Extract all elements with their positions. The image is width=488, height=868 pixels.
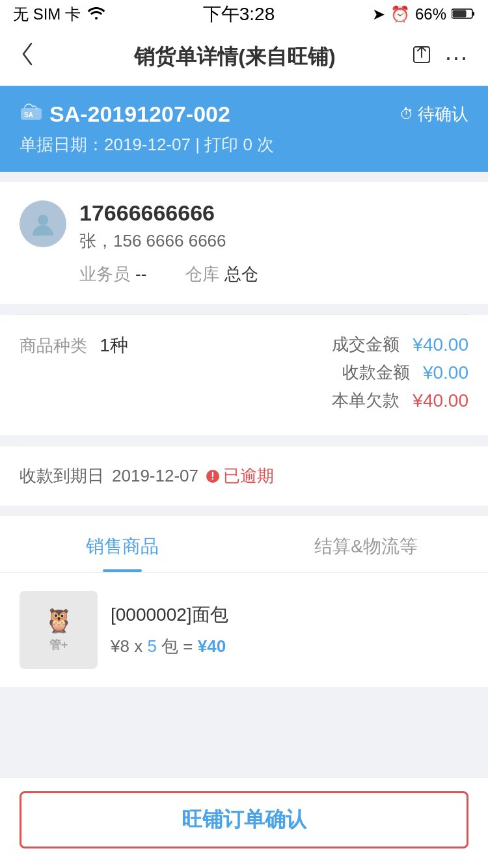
warehouse-value: 总仓	[224, 263, 258, 286]
product-price: ¥8 x 5 包 = ¥40	[111, 635, 468, 658]
alarm-icon: ⏰	[390, 5, 410, 23]
sim-label: 无 SIM 卡	[13, 4, 81, 25]
owed-amount-row: 本单欠款 ¥40.00	[332, 389, 468, 412]
more-button[interactable]: ···	[445, 44, 468, 71]
back-button[interactable]	[20, 41, 59, 73]
product-type-field: 商品种类 1种	[20, 333, 128, 358]
product-info: [0000002]面包 ¥8 x 5 包 = ¥40	[111, 603, 468, 658]
svg-rect-1	[472, 12, 474, 16]
owed-amount-value: ¥40.00	[413, 390, 468, 411]
product-type-value: 1种	[100, 335, 128, 355]
amounts-section: 成交金额 ¥40.00 收款金额 ¥0.00 本单欠款 ¥40.00	[332, 333, 468, 417]
salesperson-field: 业务员 --	[79, 263, 146, 286]
status-left: 无 SIM 卡	[13, 4, 105, 25]
product-type-label: 商品种类	[20, 336, 87, 355]
order-cloud-icon: SA	[20, 103, 43, 126]
tabs-bar: 销售商品 结算&物流等	[0, 516, 488, 573]
order-number: SA SA-20191207-002	[20, 102, 230, 127]
order-status: ⏱ 待确认	[400, 103, 468, 126]
status-time: 下午3:28	[203, 2, 275, 27]
warehouse-field: 仓库 总仓	[185, 263, 258, 286]
product-logo-subtitle: 管+	[49, 637, 68, 653]
share-button[interactable]	[411, 44, 432, 70]
customer-phone: 17666666666	[79, 200, 468, 226]
price-total: ¥40	[198, 636, 226, 656]
due-date-value: 2019-12-07	[112, 466, 198, 486]
due-date-card: 收款到期日 2019-12-07 ! 已逾期	[0, 446, 488, 506]
order-id: SA-20191207-002	[49, 102, 230, 127]
price-value: ¥8	[111, 636, 129, 656]
deal-amount-label: 成交金额	[332, 333, 400, 356]
paid-amount-row: 收款金额 ¥0.00	[332, 361, 468, 384]
price-qty: 5	[147, 636, 156, 656]
status-right: ➤ ⏰ 66%	[372, 5, 475, 23]
product-item: 🦉 管+ [0000002]面包 ¥8 x 5 包 = ¥40	[0, 573, 488, 687]
paid-amount-label: 收款金额	[342, 361, 410, 384]
nav-bar: 销货单详情(来自旺铺) ···	[0, 29, 488, 86]
order-meta: 单据日期：2019-12-07 | 打印 0 次	[20, 133, 468, 156]
product-logo-icon: 🦉	[44, 607, 74, 634]
customer-card: 17666666666 张，156 6666 6666 业务员 -- 仓库 总仓	[0, 182, 488, 304]
nav-actions: ···	[411, 44, 468, 71]
status-bar: 无 SIM 卡 下午3:28 ➤ ⏰ 66%	[0, 0, 488, 29]
overdue-text: 已逾期	[223, 465, 274, 487]
header-card: SA SA-20191207-002 ⏱ 待确认 单据日期：2019-12-07…	[0, 86, 488, 172]
owed-amount-label: 本单欠款	[332, 389, 400, 412]
product-image: 🦉 管+	[20, 591, 98, 669]
overdue-icon: !	[206, 470, 219, 483]
price-unit: 包	[161, 636, 178, 656]
svg-rect-2	[453, 10, 467, 18]
customer-info: 17666666666 张，156 6666 6666 业务员 -- 仓库 总仓	[79, 200, 468, 286]
clock-icon: ⏱	[400, 106, 414, 123]
salesperson-label: 业务员	[79, 263, 130, 286]
salesperson-value: --	[135, 264, 146, 284]
confirm-order-button[interactable]: 旺铺订单确认	[20, 791, 468, 848]
svg-text:SA: SA	[24, 111, 33, 118]
price-equals: =	[183, 636, 197, 656]
deal-amount-value: ¥40.00	[413, 334, 468, 355]
customer-name: 张，156 6666 6666	[79, 230, 468, 252]
warehouse-label: 仓库	[185, 263, 219, 286]
paid-amount-value: ¥0.00	[423, 362, 468, 383]
overdue-badge: ! 已逾期	[206, 465, 274, 487]
deal-amount-row: 成交金额 ¥40.00	[332, 333, 468, 356]
page-title: 销货单详情(来自旺铺)	[59, 43, 411, 72]
due-date-label: 收款到期日	[20, 465, 104, 487]
tab-sales-products[interactable]: 销售商品	[0, 516, 244, 572]
battery-label: 66%	[415, 5, 446, 23]
summary-card: 商品种类 1种 成交金额 ¥40.00 收款金额 ¥0.00 本单欠款 ¥40.…	[0, 315, 488, 435]
tabs-section: 销售商品 结算&物流等	[0, 516, 488, 573]
wifi-icon	[87, 5, 105, 23]
product-name: [0000002]面包	[111, 603, 468, 627]
svg-point-6	[38, 215, 48, 225]
bottom-bar: 旺铺订单确认	[0, 778, 488, 868]
battery-icon	[452, 5, 475, 23]
customer-avatar	[20, 200, 66, 247]
location-icon: ➤	[372, 5, 385, 23]
tab-settlement[interactable]: 结算&物流等	[244, 516, 488, 572]
status-text: 待确认	[418, 103, 468, 126]
price-separator: x	[134, 636, 147, 656]
